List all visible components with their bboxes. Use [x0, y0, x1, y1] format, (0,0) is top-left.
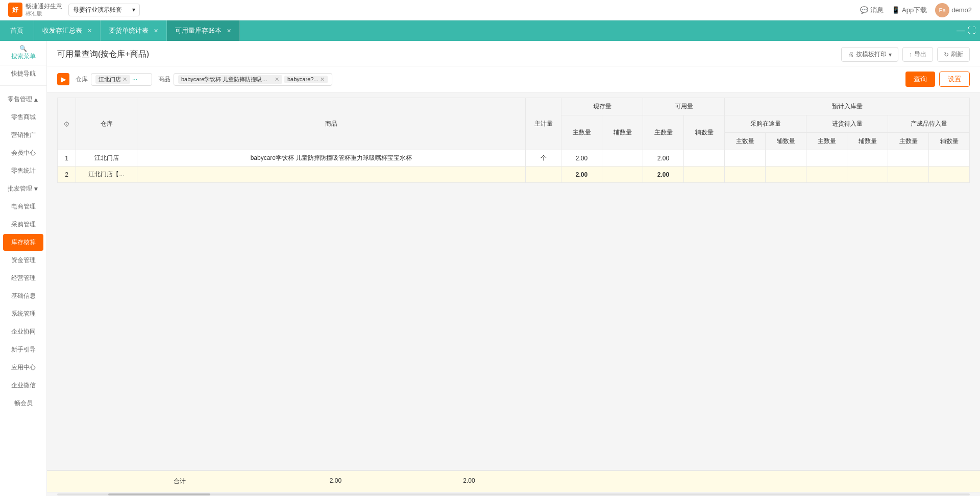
- th-product: 商品: [137, 98, 526, 150]
- message-button[interactable]: 💬 消息: [860, 6, 884, 15]
- filter-actions: 查询 设置: [905, 72, 970, 87]
- footer-available-aux: [502, 475, 569, 488]
- sidebar-item-wholesale-label: 批发管理: [8, 184, 32, 193]
- footer-cells: 合计 2.00 2.00: [57, 475, 970, 488]
- th-prod-main: 主数量: [888, 133, 929, 150]
- user-menu[interactable]: Ea demo2: [935, 3, 972, 17]
- product-tag-input[interactable]: babycare学饮杯 儿童防摔防撞吸管杯重力球吸嘴杯宝宝水杯 ✕ babyca…: [174, 73, 332, 86]
- cell-available-main-2: 2.00: [643, 167, 684, 183]
- app-download-button[interactable]: 📱 App下载: [892, 6, 927, 15]
- th-purchase-aux: 辅数量: [766, 133, 806, 150]
- tab-receive-close-icon[interactable]: ✕: [87, 28, 92, 34]
- sidebar-item-wecom[interactable]: 企业微信: [3, 377, 43, 394]
- chevron-down-icon: ▼: [33, 185, 39, 193]
- chevron-down-icon: ▾: [132, 6, 135, 13]
- th-settings[interactable]: ⚙: [58, 98, 76, 150]
- warehouse-tag-remove-icon[interactable]: ✕: [122, 76, 127, 83]
- sidebar-item-business-label: 经营管理: [11, 274, 36, 281]
- sidebar-item-retail-mgmt-label: 零售管理: [8, 95, 32, 104]
- warehouse-tag-text: 江北门店: [99, 76, 121, 83]
- scrollbar-thumb[interactable]: [108, 493, 210, 495]
- sidebar-item-app-center[interactable]: 应用中心: [3, 359, 43, 376]
- tab-order-stats-close-icon[interactable]: ✕: [154, 28, 158, 34]
- sidebar-item-retail-stats[interactable]: 零售统计: [3, 162, 43, 179]
- sidebar-item-retail-mgmt[interactable]: 零售管理 ▲: [3, 91, 43, 108]
- minimize-icon[interactable]: —: [957, 26, 965, 35]
- sidebar-item-newbie[interactable]: 新手引导: [3, 341, 43, 358]
- warehouse-more-button[interactable]: ···: [132, 76, 137, 83]
- sidebar-item-basic[interactable]: 基础信息: [3, 288, 43, 304]
- refresh-button[interactable]: ↻ 刷新: [937, 47, 970, 62]
- product-label: 商品: [158, 75, 170, 84]
- avatar: Ea: [935, 3, 949, 17]
- th-prod-aux: 辅数量: [929, 133, 970, 150]
- export-icon: ↑: [909, 51, 912, 58]
- tenant-selector[interactable]: 母婴行业演示账套 ▾: [68, 4, 140, 16]
- cell-unit-2: [526, 167, 561, 183]
- search-icon: 🔍: [19, 45, 27, 52]
- sidebar-item-enterprise-label: 企业协同: [11, 328, 36, 335]
- template-print-button[interactable]: 🖨 按模板打印 ▾: [841, 47, 898, 62]
- th-purchase-main: 主数量: [725, 133, 766, 150]
- product-tag-2-text: babycare?...: [287, 76, 318, 82]
- th-current-main: 主数量: [561, 115, 602, 150]
- sidebar-item-business[interactable]: 经营管理: [3, 270, 43, 287]
- product-tag-1-remove-icon[interactable]: ✕: [275, 76, 279, 83]
- cell-current-aux-1: [602, 150, 643, 167]
- th-unit: 主计量: [526, 98, 561, 150]
- product-tag-2-remove-icon[interactable]: ✕: [320, 76, 325, 83]
- sidebar-divider-1: [0, 85, 46, 86]
- top-bar-right: 💬 消息 📱 App下载 Ea demo2: [860, 3, 972, 17]
- sidebar-item-inventory[interactable]: 库存核算: [3, 234, 43, 251]
- export-button[interactable]: ↑ 导出: [902, 47, 933, 62]
- sidebar-item-system[interactable]: 系统管理: [3, 305, 43, 322]
- sidebar-search-button[interactable]: 🔍 搜索菜单: [0, 41, 46, 65]
- cell-goods-main-1: [806, 150, 847, 167]
- app-label: App下载: [902, 6, 927, 15]
- message-label: 消息: [870, 6, 884, 15]
- sidebar-item-ecommerce[interactable]: 电商管理: [3, 198, 43, 215]
- cell-unit-1: 个: [526, 150, 561, 167]
- filter-toggle-button[interactable]: ▶: [57, 73, 69, 85]
- window-controls: — ⛶: [952, 20, 980, 41]
- sidebar-item-app-center-label: 应用中心: [11, 364, 36, 371]
- settings-icon[interactable]: ⚙: [63, 120, 70, 128]
- cell-no-1: 1: [58, 150, 76, 167]
- table-footer: 合计 2.00 2.00: [47, 470, 980, 492]
- sidebar-item-enterprise[interactable]: 企业协同: [3, 323, 43, 340]
- scrollbar-track[interactable]: [57, 493, 970, 495]
- tab-available-stock[interactable]: 可用量库存账本 ✕: [167, 20, 240, 41]
- query-button[interactable]: 查询: [905, 72, 935, 87]
- nav-tabs: 首页 收发存汇总表 ✕ 要货单统计表 ✕ 可用量库存账本 ✕ — ⛶: [0, 20, 980, 41]
- tab-home[interactable]: 首页: [0, 20, 34, 41]
- sidebar-item-retail-stats-label: 零售统计: [11, 167, 36, 174]
- sidebar-item-quick-nav[interactable]: 快捷导航: [0, 65, 46, 82]
- footer-purchase-main: [569, 475, 636, 488]
- sidebar-item-retail-mall[interactable]: 零售商城: [3, 109, 43, 126]
- sidebar-item-member[interactable]: 会员中心: [3, 145, 43, 161]
- sidebar-item-marketing[interactable]: 营销推广: [3, 127, 43, 144]
- product-tag-1: babycare学饮杯 儿童防摔防撞吸管杯重力球吸嘴杯宝宝水杯 ✕: [178, 75, 282, 84]
- sidebar-item-wecom-label: 企业微信: [11, 382, 36, 389]
- cell-current-main-1: 2.00: [561, 150, 602, 167]
- cell-goods-aux-1: [847, 150, 888, 167]
- tab-order-stats-label: 要货单统计表: [109, 26, 149, 35]
- sidebar-item-basic-label: 基础信息: [11, 292, 36, 299]
- sidebar-item-purchase[interactable]: 采购管理: [3, 216, 43, 233]
- maximize-icon[interactable]: ⛶: [968, 26, 976, 35]
- warehouse-tag-input[interactable]: 江北门店 ✕ ···: [91, 73, 152, 86]
- cell-prod-main-1: [888, 150, 929, 167]
- th-production-pending: 产成品待入量: [888, 115, 970, 133]
- sidebar-item-finance[interactable]: 资金管理: [3, 252, 43, 269]
- print-icon: 🖨: [848, 51, 854, 58]
- sidebar-item-vip[interactable]: 畅会员: [3, 395, 43, 412]
- top-bar: 好 畅捷通好生意 标准版 母婴行业演示账套 ▾ 💬 消息 📱 App下载 Ea …: [0, 0, 980, 20]
- th-current-stock: 现存量: [561, 98, 643, 115]
- settings-button[interactable]: 设置: [939, 72, 970, 87]
- tab-available-stock-close-icon[interactable]: ✕: [227, 28, 231, 34]
- sidebar-item-wholesale[interactable]: 批发管理 ▼: [3, 180, 43, 197]
- cell-purchase-main-2: [725, 167, 766, 183]
- tab-order-stats[interactable]: 要货单统计表 ✕: [101, 20, 167, 41]
- th-goods-pending: 进货待入量: [806, 115, 888, 133]
- tab-receive[interactable]: 收发存汇总表 ✕: [34, 20, 101, 41]
